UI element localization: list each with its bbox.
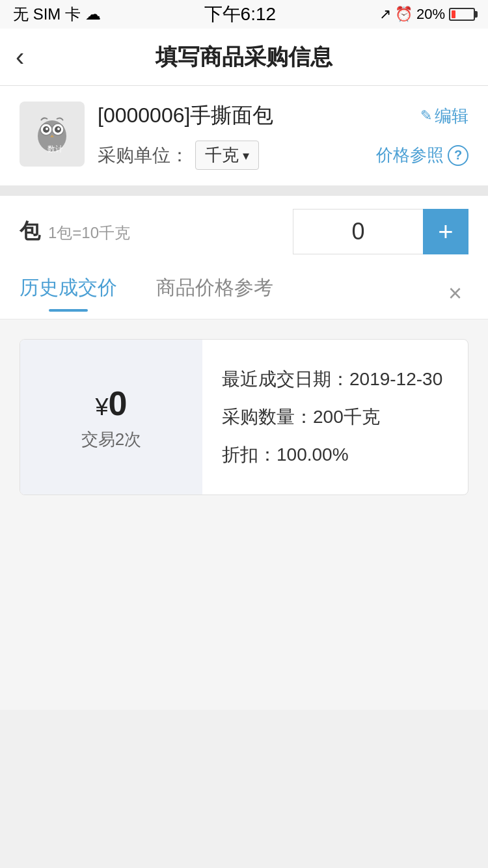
battery-percent: 20%: [416, 6, 445, 23]
quantity-input-group: +: [293, 209, 468, 254]
product-thumbnail: 数计: [20, 102, 85, 167]
trade-card-left: ¥0 交易2次: [20, 340, 202, 495]
status-time: 下午6:12: [204, 2, 277, 27]
alarm-icon: ⏰: [395, 6, 413, 23]
tab-bar: 历史成交价 商品价格参考 ×: [0, 267, 488, 319]
battery-icon: [449, 8, 475, 21]
trade-card: ¥0 交易2次 最近成交日期：2019-12-30 采购数量：200千克 折扣：…: [20, 339, 468, 495]
quantity-conversion: 1包=10千克: [48, 223, 130, 243]
product-name-row: [0000006]手撕面包 ✎ 编辑: [98, 102, 468, 130]
page-header: ‹ 填写商品采购信息: [0, 29, 488, 86]
price-ref-link[interactable]: 价格参照 ?: [376, 144, 468, 167]
quantity-plus-button[interactable]: +: [423, 209, 468, 254]
trade-quantity: 采购数量：200千克: [222, 403, 448, 431]
svg-point-5: [46, 128, 48, 130]
status-bar: 无 SIM 卡 ☁ 下午6:12 ↗ ⏰ 20%: [0, 0, 488, 29]
trade-price: ¥0: [96, 384, 128, 423]
svg-text:数计: 数计: [47, 144, 63, 154]
quantity-unit: 包: [20, 217, 40, 246]
unit-row: 采购单位： 千克 ▾ 价格参照 ?: [98, 141, 468, 170]
quantity-label-group: 包 1包=10千克: [20, 217, 130, 246]
status-left: 无 SIM 卡 ☁: [13, 4, 101, 25]
page-title: 填写商品采购信息: [156, 42, 332, 72]
location-icon: ↗: [379, 6, 391, 23]
quantity-row: 包 1包=10千克 +: [0, 196, 488, 267]
section-divider: [0, 185, 488, 196]
product-info: [0000006]手撕面包 ✎ 编辑 采购单位： 千克 ▾ 价格参照 ?: [98, 102, 468, 170]
sim-label: 无 SIM 卡 ☁: [13, 4, 101, 25]
close-button[interactable]: ×: [442, 273, 468, 314]
svg-point-6: [57, 128, 60, 130]
owl-icon: 数计: [29, 111, 75, 157]
edit-link[interactable]: ✎ 编辑: [420, 105, 468, 128]
unit-label: 采购单位：: [98, 143, 189, 168]
product-name: [0000006]手撕面包: [98, 102, 273, 130]
tab-items: 历史成交价 商品价格参考: [20, 275, 273, 312]
status-right: ↗ ⏰ 20%: [379, 6, 475, 23]
content-area: ¥0 交易2次 最近成交日期：2019-12-30 采购数量：200千克 折扣：…: [0, 319, 488, 710]
quantity-input[interactable]: [293, 209, 423, 254]
trade-discount: 折扣：100.00%: [222, 441, 448, 468]
tab-history-price[interactable]: 历史成交价: [20, 275, 117, 312]
trade-date: 最近成交日期：2019-12-30: [222, 366, 448, 393]
product-row: 数计 [0000006]手撕面包 ✎ 编辑 采购单位： 千克 ▾: [20, 102, 468, 170]
trade-card-right: 最近成交日期：2019-12-30 采购数量：200千克 折扣：100.00%: [202, 340, 468, 495]
chevron-down-icon: ▾: [243, 148, 249, 163]
unit-select[interactable]: 千克 ▾: [195, 141, 259, 170]
tab-product-price-ref[interactable]: 商品价格参考: [156, 275, 273, 312]
help-icon: ?: [448, 145, 468, 166]
back-button[interactable]: ‹: [16, 42, 24, 72]
product-card: 数计 [0000006]手撕面包 ✎ 编辑 采购单位： 千克 ▾: [0, 86, 488, 185]
trade-count: 交易2次: [81, 428, 141, 451]
edit-icon: ✎: [420, 107, 432, 124]
